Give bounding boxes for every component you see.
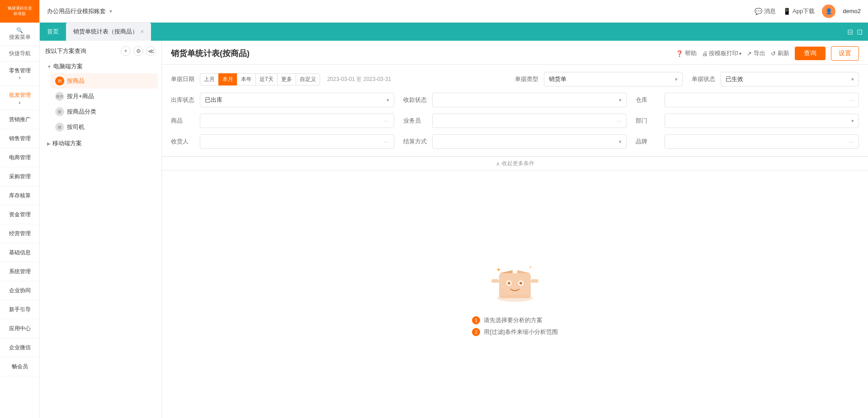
- tab-active[interactable]: 销货单统计表（按商品） ×: [66, 23, 151, 41]
- tree-child-by-goods[interactable]: 按 按商品: [51, 73, 158, 89]
- tree-child-by-category[interactable]: 按 按商品分类: [51, 104, 158, 119]
- username-label: demo2: [843, 8, 861, 14]
- app-download-btn[interactable]: 📱 App下载: [783, 7, 815, 15]
- refresh-label: 刷新: [778, 49, 789, 57]
- tree-parent-mobile[interactable]: ▶ 移动端方案: [43, 137, 158, 150]
- wholesale-arrow: ▲: [18, 100, 22, 104]
- sidebar-item-basics[interactable]: 基础信息: [0, 243, 39, 262]
- receipt-control[interactable]: ▾: [432, 93, 627, 107]
- basics-label: 基础信息: [9, 249, 31, 256]
- doc-status-control[interactable]: 已生效 ▾: [721, 72, 859, 86]
- date-this-month[interactable]: 本月: [218, 73, 237, 86]
- page-title: 销货单统计表(按商品): [171, 48, 250, 59]
- tab-bar: 首页 销货单统计表（按商品） × ⊟ ⊡: [40, 23, 868, 41]
- help-label: 帮助: [685, 49, 697, 57]
- brand-control[interactable]: ···: [665, 134, 859, 149]
- sidebar-item-wholesale[interactable]: 批发管理 ▲: [0, 86, 39, 110]
- settings-scheme-btn[interactable]: ⚙: [133, 46, 143, 56]
- collapse-panel-btn[interactable]: ≪: [146, 46, 156, 56]
- date-7days[interactable]: 近7天: [255, 73, 277, 86]
- minimize-btn[interactable]: ⊟: [847, 28, 853, 36]
- procurement-label: 采购管理: [9, 173, 31, 180]
- date-last-month[interactable]: 上月: [200, 73, 218, 86]
- industry-label: 办公用品行业模拟账套: [47, 7, 106, 15]
- export-btn[interactable]: ↗ 导出: [747, 49, 765, 57]
- settings-btn[interactable]: 设置: [831, 46, 859, 61]
- sidebar-item-procurement[interactable]: 采购管理: [0, 167, 39, 186]
- tab-close-btn[interactable]: ×: [141, 28, 144, 35]
- doc-type-label: 单据类型: [515, 75, 540, 83]
- department-control[interactable]: ▾: [665, 114, 859, 128]
- retail-label: 零售管理: [9, 67, 31, 75]
- sidebar-item-system[interactable]: 系统管理: [0, 262, 39, 281]
- payment-label: 结算方式: [403, 138, 429, 146]
- svg-rect-6: [491, 279, 499, 283]
- tree-parent-pc[interactable]: ▼ 电脑端方案: [43, 60, 158, 73]
- doc-type-control[interactable]: 销货单 ▾: [544, 72, 683, 86]
- tab-home[interactable]: 首页: [40, 23, 66, 41]
- print-btn[interactable]: 🖨 按模板打印 ▾: [702, 49, 741, 57]
- query-btn[interactable]: 查询: [795, 47, 826, 60]
- header-right: 💬 消息 📱 App下载 👤 demo2: [755, 5, 861, 18]
- sidebar-item-sales[interactable]: 销售管理: [0, 129, 39, 148]
- print-label: 按模板打印: [709, 49, 738, 57]
- date-this-year[interactable]: 本年: [237, 73, 255, 86]
- outbound-value: 已出库: [205, 96, 222, 104]
- tree-child-by-driver[interactable]: 按 按司机: [51, 119, 158, 135]
- receiver-control[interactable]: ···: [200, 134, 394, 149]
- export-label: 导出: [754, 49, 765, 57]
- collapse-bar[interactable]: ∧ 收起更多条件: [162, 157, 868, 171]
- sidebar-item-marketing[interactable]: 营销推广: [0, 110, 39, 129]
- print-caret: ▾: [739, 51, 741, 56]
- collapse-label: 收起更多条件: [502, 160, 534, 167]
- salesperson-control[interactable]: ···: [432, 114, 627, 128]
- tip-num-2: 2: [472, 328, 480, 336]
- search-menu[interactable]: 🔍 搜索菜单: [0, 23, 39, 46]
- messages-btn[interactable]: 💬 消息: [755, 7, 776, 15]
- sidebar-item-member[interactable]: 畅会员: [0, 357, 39, 376]
- salesperson-dots: ···: [616, 117, 622, 124]
- sidebar-item-inventory[interactable]: 库存核算: [0, 186, 39, 205]
- refresh-btn[interactable]: ↺ 刷新: [771, 49, 789, 57]
- sidebar-item-operations[interactable]: 经营管理: [0, 224, 39, 243]
- sidebar-item-newbie[interactable]: 新手引导: [0, 300, 39, 319]
- system-label: 系统管理: [9, 268, 31, 276]
- filter-payment: 结算方式 ▾: [403, 134, 627, 149]
- inventory-label: 库存核算: [9, 192, 31, 200]
- sidebar-item-finance[interactable]: 资金管理: [0, 205, 39, 224]
- filter-row-3: 商品 ··· 业务员 ··· 部门: [171, 114, 859, 128]
- date-custom[interactable]: 自定义: [296, 73, 320, 86]
- department-caret: ▾: [851, 118, 854, 124]
- payment-control[interactable]: ▾: [432, 134, 627, 149]
- warehouse-control[interactable]: ···: [665, 93, 859, 107]
- outbound-control[interactable]: 已出库 ▾: [200, 93, 394, 107]
- collapse-up-icon: ∧: [496, 161, 500, 167]
- filter-row-1: 单据日期 上月 本月 本年 近7天 更多 自定义 2023-03-01 至 20…: [171, 72, 859, 86]
- filter-goods: 商品 ···: [171, 114, 394, 128]
- sidebar-item-ecommerce[interactable]: 电商管理: [0, 148, 39, 167]
- tree-section: ▼ 电脑端方案 按 按商品 按月 按月+商品 按 按商品分类: [40, 60, 161, 150]
- user-avatar[interactable]: 👤: [822, 5, 835, 18]
- date-more[interactable]: 更多: [277, 73, 296, 86]
- sidebar-item-wechat[interactable]: 企业微信: [0, 338, 39, 357]
- filter-receipt: 收款状态 ▾: [403, 93, 627, 107]
- by-driver-icon: 按: [55, 123, 64, 132]
- svg-point-5: [519, 282, 522, 285]
- sidebar-item-apps[interactable]: 应用中心: [0, 319, 39, 338]
- sidebar-item-enterprise[interactable]: 企业协同: [0, 281, 39, 300]
- maximize-btn[interactable]: ⊡: [857, 28, 863, 36]
- tree-child-by-month-goods[interactable]: 按月 按月+商品: [51, 89, 158, 104]
- brand-dots: ···: [849, 138, 854, 145]
- add-scheme-btn[interactable]: +: [121, 46, 131, 56]
- sidebar-item-retail[interactable]: 零售管理 ▼: [0, 62, 39, 86]
- filter-brand: 品牌 ···: [636, 134, 859, 149]
- top-header: 办公用品行业模拟账套 ▾ 💬 消息 📱 App下载 👤 demo2: [40, 0, 868, 23]
- industry-dropdown[interactable]: ▾: [109, 8, 112, 14]
- help-btn[interactable]: ❓ 帮助: [676, 49, 697, 57]
- warehouse-dots: ···: [849, 96, 854, 104]
- by-goods-icon: 按: [55, 76, 64, 86]
- goods-control[interactable]: ···: [200, 114, 394, 128]
- quick-nav[interactable]: 快捷导航: [0, 46, 39, 62]
- payment-caret: ▾: [619, 139, 622, 145]
- filter-doc-type: 单据类型 销货单 ▾: [515, 72, 683, 86]
